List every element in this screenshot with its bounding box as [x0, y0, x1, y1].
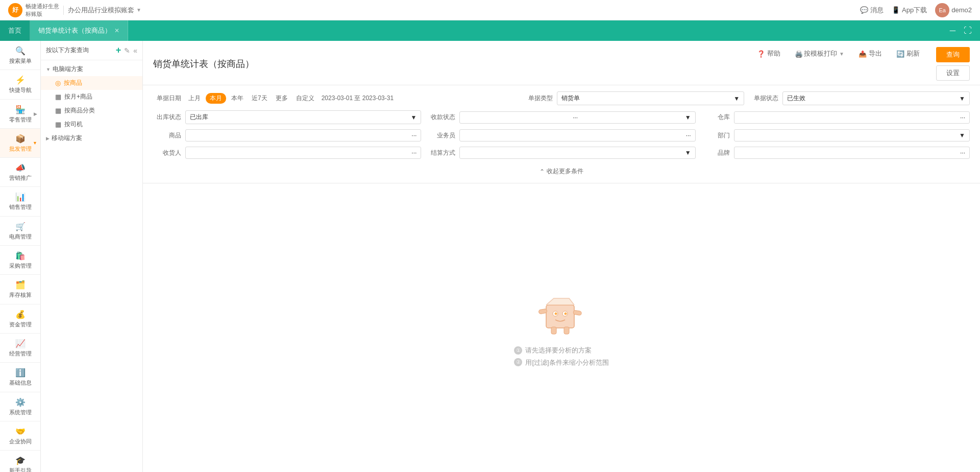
date-range-value: 2023-03-01 至 2023-03-31	[322, 94, 394, 103]
add-scheme-btn[interactable]: +	[116, 45, 121, 56]
dept-filter: 部门 ▼	[702, 129, 970, 141]
sidebar-item-ecommerce[interactable]: 🛒 电商管理	[0, 217, 40, 246]
warehouse-select[interactable]: ···	[734, 111, 970, 124]
warehouse-dots[interactable]: ···	[960, 114, 965, 121]
brand-dots[interactable]: ···	[960, 149, 965, 156]
ecommerce-icon: 🛒	[15, 222, 26, 231]
doc-status-select[interactable]: 已生效 ▼	[782, 91, 970, 105]
filter-row-2: 出库状态 已出库 ▼ 收款状态 ··· ▼ 仓库	[153, 110, 970, 124]
shortcut-more[interactable]: 更多	[273, 93, 291, 104]
dept-select[interactable]: ▼	[734, 129, 970, 141]
tab-close-btn[interactable]: ✕	[114, 27, 119, 34]
doc-type-select[interactable]: 销货单 ▼	[557, 91, 744, 105]
settings-button[interactable]: 设置	[936, 65, 970, 81]
consignee-select[interactable]: ···	[185, 147, 421, 159]
sidebar-item-newbie[interactable]: 🎓 新手引导	[0, 451, 40, 472]
sidebar-item-purchase[interactable]: 🛍️ 采购管理	[0, 246, 40, 275]
svg-rect-0	[546, 305, 574, 328]
finance-icon: 💰	[15, 310, 26, 319]
tab-report[interactable]: 销货单统计表（按商品） ✕	[30, 20, 128, 41]
brand-select[interactable]: ···	[734, 147, 970, 159]
tree-item-by-product-cat[interactable]: ▦ 按商品分类	[41, 104, 142, 117]
tree-group-desktop-header[interactable]: ▼ 电脑端方案	[41, 62, 142, 76]
payment-status-select[interactable]: ··· ▼	[459, 111, 695, 124]
stock-status-select[interactable]: 已出库 ▼	[185, 110, 421, 124]
warehouse-filter: 仓库 ···	[702, 111, 970, 124]
refresh-btn[interactable]: 🔄 刷新	[892, 47, 924, 60]
settlement-chevron: ▼	[685, 149, 691, 156]
svg-point-5	[565, 313, 567, 315]
report-tab-label: 销货单统计表（按商品）	[38, 26, 111, 35]
goods-filter: 商品 ···	[153, 129, 421, 141]
edit-scheme-btn[interactable]: ✎	[124, 46, 130, 55]
inventory-icon: 🗂️	[15, 280, 26, 290]
collapse-btn[interactable]: ⌃ 收起更多条件	[153, 164, 970, 177]
salesman-select[interactable]: ···	[459, 129, 695, 141]
tab-home[interactable]: 首页	[0, 20, 30, 41]
consignee-dots[interactable]: ···	[411, 149, 416, 156]
goods-dots[interactable]: ···	[411, 132, 416, 139]
tab-minimize-btn[interactable]: ─	[948, 25, 958, 36]
doc-status-chevron: ▼	[959, 95, 965, 102]
help-btn[interactable]: ❓ 帮助	[753, 47, 785, 60]
settlement-select[interactable]: ▼	[459, 147, 695, 159]
shortcut-last-month[interactable]: 上月	[185, 93, 204, 104]
action-btns-col: 查询 设置	[930, 47, 970, 81]
stock-chevron: ▼	[410, 114, 416, 121]
sidebar-item-quick-nav[interactable]: ⚡ 快捷导航	[0, 70, 40, 99]
shortcut-7days[interactable]: 近7天	[249, 93, 271, 104]
user-avatar-area[interactable]: Ea demo2	[935, 3, 972, 17]
dept-label: 部门	[702, 131, 730, 140]
sidebar-item-system[interactable]: ⚙️ 系统管理	[0, 392, 40, 421]
message-btn[interactable]: 💬 消息	[860, 6, 884, 15]
wholesale-expand-arrow: ▼	[33, 140, 37, 146]
sidebar-item-enterprise[interactable]: 🤝 企业协同	[0, 421, 40, 451]
collapse-panel-btn[interactable]: «	[133, 46, 137, 55]
payment-status-dots[interactable]: ···	[573, 114, 578, 121]
shortcut-this-month[interactable]: 本月	[206, 93, 226, 104]
sidebar-item-wholesale[interactable]: 📦 批发管理 ▼	[0, 129, 40, 158]
sidebar-item-sales[interactable]: 📊 销售管理	[0, 187, 40, 216]
shortcut-this-year[interactable]: 本年	[228, 93, 247, 104]
page-actions: ❓ 帮助 🖨️ 按模板打印 ▼ 📤 导出 🔄 刷新	[753, 47, 924, 60]
message-icon: 💬	[860, 6, 868, 14]
sales-icon: 📊	[15, 192, 26, 202]
filter-row-4: 收货人 ··· 结算方式 ▼ 品牌	[153, 147, 970, 159]
tab-maximize-btn[interactable]: ⛶	[962, 25, 974, 36]
sidebar-item-retail[interactable]: 🏪 零售管理 ▶	[0, 100, 40, 129]
warehouse-label: 仓库	[702, 113, 730, 122]
export-btn[interactable]: 📤 导出	[854, 47, 886, 60]
content-area: 销货单统计表（按商品） ❓ 帮助 🖨️ 按模板打印 ▼ 📤 导出	[143, 41, 980, 472]
marketing-icon: 📣	[15, 163, 26, 173]
doc-type-filter: 单据类型 销货单 ▼	[525, 91, 744, 105]
salesman-dots[interactable]: ···	[686, 132, 691, 139]
tree-group-mobile-header[interactable]: ▶ 移动端方案	[41, 131, 142, 145]
tree-item-by-product[interactable]: ◎ 按商品	[41, 76, 142, 90]
print-btn[interactable]: 🖨️ 按模板打印 ▼	[791, 47, 848, 60]
svg-point-4	[555, 313, 557, 315]
empty-hint-2: ② 用[过滤]条件来缩小分析范围	[514, 357, 608, 368]
consignee-label: 收货人	[153, 149, 181, 157]
by-product-icon: ◎	[55, 79, 61, 87]
nav-icon: ⚡	[15, 75, 26, 85]
workspace-selector[interactable]: 办公用品行业模拟账套 ▼	[68, 6, 141, 15]
empty-state: ① 请先选择要分析的方案 ② 用[过滤]条件来缩小分析范围	[143, 183, 980, 472]
tree-item-by-warehouse[interactable]: ▦ 按司机	[41, 117, 142, 131]
sidebar-item-finance[interactable]: 💰 资金管理	[0, 304, 40, 334]
topbar-right: 💬 消息 📱 App下载 Ea demo2	[860, 3, 972, 17]
basic-icon: ℹ️	[15, 368, 26, 377]
sidebar-item-operation[interactable]: 📈 经营管理	[0, 334, 40, 363]
sidebar-item-marketing[interactable]: 📣 营销推广	[0, 158, 40, 187]
sidebar-item-basic[interactable]: ℹ️ 基础信息	[0, 363, 40, 392]
logo-text: 畅捷通好生意 标账版	[26, 3, 59, 17]
goods-select[interactable]: ···	[185, 129, 421, 141]
date-shortcuts: 上月 本月 本年 近7天 更多 自定义	[185, 93, 317, 104]
app-download-btn[interactable]: 📱 App下载	[892, 6, 927, 15]
page-title: 销货单统计表（按商品）	[153, 58, 254, 70]
tree-item-by-month-product[interactable]: ▦ 按月+商品	[41, 90, 142, 104]
sidebar-item-search-menu[interactable]: 🔍 搜索菜单	[0, 41, 40, 70]
date-control: 上月 本月 本年 近7天 更多 自定义 2023-03-01 至 2023-03…	[185, 93, 519, 104]
shortcut-custom[interactable]: 自定义	[293, 93, 317, 104]
sidebar-item-inventory[interactable]: 🗂️ 库存核算	[0, 275, 40, 304]
query-button[interactable]: 查询	[936, 47, 970, 62]
